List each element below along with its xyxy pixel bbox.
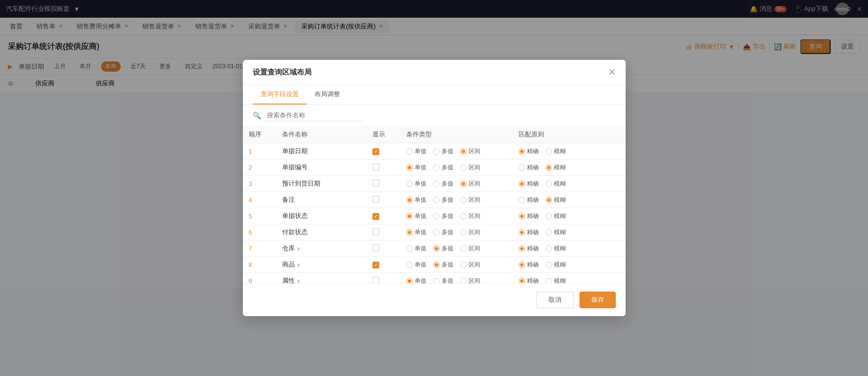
- display-checkbox[interactable]: [372, 163, 379, 170]
- row-display-checkbox[interactable]: [367, 224, 400, 241]
- match-radio-模糊[interactable]: 模糊: [546, 196, 566, 204]
- display-checkbox[interactable]: [372, 148, 379, 155]
- radio-circle: [406, 229, 413, 236]
- type-radio-多值[interactable]: 多值: [433, 212, 453, 220]
- radio-label: 模糊: [554, 261, 566, 269]
- row-display-checkbox[interactable]: [367, 241, 400, 257]
- radio-label: 模糊: [554, 244, 566, 253]
- type-radio-单值[interactable]: 单值: [406, 196, 426, 204]
- match-radio-模糊[interactable]: 模糊: [546, 180, 566, 188]
- type-radio-多值[interactable]: 多值: [433, 244, 453, 253]
- type-radio-单值[interactable]: 单值: [406, 163, 426, 172]
- type-radio-多值[interactable]: 多值: [433, 228, 453, 237]
- match-radio-精确[interactable]: 精确: [519, 261, 539, 269]
- row-condition-name: 单据编号: [276, 160, 367, 176]
- match-radio-模糊[interactable]: 模糊: [546, 244, 566, 253]
- display-checkbox[interactable]: [372, 277, 379, 284]
- match-radio-模糊[interactable]: 模糊: [546, 261, 566, 269]
- radio-label: 单值: [415, 228, 426, 237]
- row-display-checkbox[interactable]: [367, 192, 400, 208]
- modal-footer: 取消 保存: [243, 283, 626, 289]
- type-radio-区间[interactable]: 区间: [460, 277, 480, 284]
- radio-circle: [433, 164, 440, 171]
- radio-label: 精确: [527, 261, 539, 269]
- match-radio-精确[interactable]: 精确: [519, 147, 539, 156]
- radio-circle: [460, 278, 467, 284]
- type-radio-区间[interactable]: 区间: [460, 180, 480, 188]
- row-order: 2: [243, 160, 277, 176]
- type-radio-区间[interactable]: 区间: [460, 244, 480, 253]
- row-display-checkbox[interactable]: [367, 176, 400, 192]
- radio-label: 区间: [469, 147, 480, 156]
- type-radio-区间[interactable]: 区间: [460, 147, 480, 156]
- modal-tab-fields[interactable]: 查询字段设置: [253, 85, 307, 105]
- match-radio-模糊[interactable]: 模糊: [546, 147, 566, 156]
- radio-label: 模糊: [554, 212, 566, 220]
- row-display-checkbox[interactable]: [367, 143, 400, 160]
- modal-close-btn[interactable]: ✕: [608, 67, 616, 78]
- radio-circle: [406, 213, 413, 219]
- row-display-checkbox[interactable]: [367, 208, 400, 224]
- type-radio-多值[interactable]: 多值: [433, 261, 453, 269]
- row-condition-name: 单据日期: [276, 143, 367, 160]
- table-row: 2单据编号单值多值区间精确模糊: [243, 160, 626, 176]
- row-condition-name: 仓库 ∨: [276, 241, 367, 257]
- modal-search-area: 🔍: [243, 105, 626, 126]
- radio-label: 单值: [415, 196, 426, 204]
- display-checkbox[interactable]: [372, 244, 379, 251]
- row-type-radio: 单值多值区间: [400, 192, 513, 208]
- display-checkbox[interactable]: [372, 262, 379, 269]
- radio-circle: [519, 278, 525, 284]
- row-display-checkbox[interactable]: [367, 160, 400, 176]
- radio-circle: [460, 148, 467, 155]
- type-radio-单值[interactable]: 单值: [406, 261, 426, 269]
- radio-label: 模糊: [554, 180, 566, 188]
- row-display-checkbox[interactable]: [367, 273, 400, 284]
- radio-label: 多值: [442, 147, 453, 156]
- type-radio-单值[interactable]: 单值: [406, 244, 426, 253]
- modal-overlay[interactable]: 设置查询区域布局 ✕ 查询字段设置 布局调整 🔍 顺序 条件名称: [0, 0, 868, 289]
- match-radio-精确[interactable]: 精确: [519, 228, 539, 237]
- radio-label: 单值: [415, 244, 426, 253]
- match-radio-模糊[interactable]: 模糊: [546, 277, 566, 284]
- match-radio-精确[interactable]: 精确: [519, 212, 539, 220]
- match-radio-模糊[interactable]: 模糊: [546, 163, 566, 172]
- type-radio-多值[interactable]: 多值: [433, 196, 453, 204]
- type-radio-区间[interactable]: 区间: [460, 196, 480, 204]
- radio-label: 精确: [527, 180, 539, 188]
- type-radio-区间[interactable]: 区间: [460, 228, 480, 237]
- type-radio-多值[interactable]: 多值: [433, 163, 453, 172]
- type-radio-单值[interactable]: 单值: [406, 228, 426, 237]
- match-radio-精确[interactable]: 精确: [519, 180, 539, 188]
- match-radio-精确[interactable]: 精确: [519, 196, 539, 204]
- radio-circle: [546, 181, 552, 187]
- display-checkbox[interactable]: [372, 180, 379, 187]
- display-checkbox[interactable]: [372, 228, 379, 235]
- row-display-checkbox[interactable]: [367, 257, 400, 273]
- type-radio-多值[interactable]: 多值: [433, 180, 453, 188]
- match-radio-模糊[interactable]: 模糊: [546, 212, 566, 220]
- radio-circle: [546, 245, 552, 252]
- type-radio-单值[interactable]: 单值: [406, 212, 426, 220]
- display-checkbox[interactable]: [372, 196, 379, 203]
- row-condition-name: 属性 ∨: [276, 273, 367, 284]
- radio-label: 多值: [442, 196, 453, 204]
- type-radio-多值[interactable]: 多值: [433, 277, 453, 284]
- match-radio-模糊[interactable]: 模糊: [546, 228, 566, 237]
- match-radio-精确[interactable]: 精确: [519, 277, 539, 284]
- type-radio-区间[interactable]: 区间: [460, 163, 480, 172]
- match-radio-精确[interactable]: 精确: [519, 163, 539, 172]
- type-radio-单值[interactable]: 单值: [406, 277, 426, 284]
- modal-search-input[interactable]: [264, 109, 362, 121]
- type-radio-区间[interactable]: 区间: [460, 212, 480, 220]
- type-radio-单值[interactable]: 单值: [406, 147, 426, 156]
- radio-label: 区间: [469, 244, 480, 253]
- modal-tab-layout[interactable]: 布局调整: [307, 85, 348, 105]
- row-condition-name: 商品 ∨: [276, 257, 367, 273]
- display-checkbox[interactable]: [372, 213, 379, 220]
- radio-circle: [519, 181, 525, 187]
- type-radio-多值[interactable]: 多值: [433, 147, 453, 156]
- type-radio-单值[interactable]: 单值: [406, 180, 426, 188]
- type-radio-区间[interactable]: 区间: [460, 261, 480, 269]
- match-radio-精确[interactable]: 精确: [519, 244, 539, 253]
